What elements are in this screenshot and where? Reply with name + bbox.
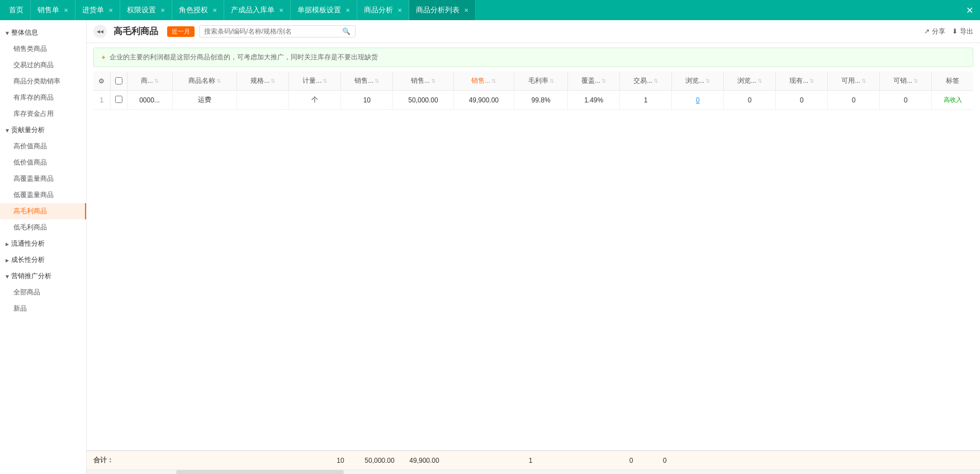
nav-tab-roles[interactable]: 角色授权 ✕ — [172, 0, 224, 20]
info-icon: ✦ — [101, 54, 106, 62]
nav-close-all-button[interactable]: ✕ — [962, 5, 978, 16]
nav-tab-analysis-close[interactable]: ✕ — [397, 7, 402, 13]
footer-sales-qty: 10 — [324, 457, 357, 464]
sort-icon-10: ⇅ — [654, 78, 658, 84]
sidebar-group-marketing[interactable]: ▾ 营销推广分析 — [0, 268, 86, 284]
sidebar-group-contribution[interactable]: ▾ 贡献量分析 — [0, 122, 86, 138]
th-coverage[interactable]: 覆盖... ⇅ — [568, 72, 620, 91]
share-button[interactable]: ↗ 分享 — [924, 27, 945, 36]
arrow-right-icon-2: ▸ — [6, 256, 9, 264]
arrow-down-icon-3: ▾ — [6, 273, 9, 280]
row-current-stock: 0 — [776, 91, 828, 110]
export-icon: ⬇ — [952, 27, 958, 35]
sort-icon-15: ⇅ — [913, 78, 918, 84]
footer-available-stock: 0 — [648, 457, 681, 464]
sort-icon-13: ⇅ — [809, 78, 814, 84]
sidebar-collapse-button[interactable]: ◂◂ — [93, 25, 107, 38]
row-sales-amount: 50,000.00 — [393, 91, 453, 110]
row-coverage: 1.49% — [568, 91, 620, 110]
sidebar-group-overall[interactable]: ▾ 整体信息 — [0, 25, 86, 41]
row-spec — [237, 91, 289, 110]
row-code: 0000... — [127, 91, 172, 110]
sidebar-item-high-coverage[interactable]: 高覆盖量商品 — [0, 171, 86, 187]
content-area: ◂◂ 高毛利商品 近一月 🔍 ↗ 分享 ⬇ 导出 ✦ 企业的主要的利润都是这 — [87, 20, 980, 474]
nav-tab-permissions[interactable]: 权限设置 ✕ — [120, 0, 172, 20]
nav-tab-products-inbound[interactable]: 产成品入库单 ✕ — [224, 0, 291, 20]
nav-tab-home-label: 首页 — [9, 5, 23, 15]
nav-tab-analysis-list-close[interactable]: ✕ — [464, 7, 468, 13]
sidebar-item-stock-capital[interactable]: 库存资金占用 — [0, 106, 86, 122]
th-code[interactable]: 商... ⇅ — [127, 72, 172, 91]
sidebar-group-growth[interactable]: ▸ 成长性分析 — [0, 252, 86, 268]
search-icon[interactable]: 🔍 — [342, 27, 351, 35]
sidebar-item-low-value[interactable]: 低价值商品 — [0, 154, 86, 171]
th-unit[interactable]: 计量... ⇅ — [289, 72, 341, 91]
th-sales-amount[interactable]: 销售... ⇅ — [393, 72, 453, 91]
th-settings[interactable]: ⚙ — [93, 72, 110, 91]
select-all-checkbox[interactable] — [115, 77, 122, 85]
row-browse1[interactable]: 0 — [672, 91, 724, 110]
nav-tab-purchase-close[interactable]: ✕ — [108, 7, 113, 13]
sidebar-group-liquidity[interactable]: ▸ 流通性分析 — [0, 236, 86, 252]
th-sales-qty[interactable]: 销售... ⇅ — [341, 72, 393, 91]
table-wrapper[interactable]: ⚙ 商... ⇅ — [87, 72, 980, 450]
nav-tab-products-inbound-close[interactable]: ✕ — [279, 7, 283, 13]
nav-tab-roles-close[interactable]: ✕ — [212, 7, 217, 13]
toolbar-actions: ↗ 分享 ⬇ 导出 — [924, 27, 973, 36]
nav-tab-analysis-list[interactable]: 商品分析列表 ✕ — [409, 0, 476, 20]
sort-icon-8: ⇅ — [550, 78, 554, 84]
sort-icon-3: ⇅ — [271, 78, 275, 84]
th-spec[interactable]: 规格... ⇅ — [237, 72, 289, 91]
sort-icon-11: ⇅ — [706, 78, 710, 84]
nav-tab-sales-close[interactable]: ✕ — [64, 7, 68, 13]
th-sales-cost[interactable]: 销售... ⇅ — [453, 72, 514, 91]
sidebar-item-low-coverage[interactable]: 低覆盖量商品 — [0, 187, 86, 203]
main-layout: ▾ 整体信息 销售类商品 交易过的商品 商品分类助销率 有库存的商品 库存资金占… — [0, 20, 980, 474]
th-browse1[interactable]: 浏览... ⇅ — [672, 72, 724, 91]
nav-tab-sales[interactable]: 销售单 ✕ — [31, 0, 75, 20]
search-box[interactable]: 🔍 — [199, 25, 356, 37]
search-input[interactable] — [204, 27, 340, 35]
th-current-stock[interactable]: 现有... ⇅ — [776, 72, 828, 91]
nav-tab-template[interactable]: 单据模板设置 ✕ — [291, 0, 357, 20]
nav-tab-roles-label: 角色授权 — [179, 5, 208, 15]
th-saleable[interactable]: 可销... ⇅ — [880, 72, 932, 91]
browse1-link[interactable]: 0 — [696, 96, 700, 104]
sort-icon-2: ⇅ — [216, 78, 221, 84]
nav-tab-template-close[interactable]: ✕ — [345, 7, 350, 13]
sidebar-item-low-margin[interactable]: 低毛利商品 — [0, 219, 86, 236]
nav-tab-home[interactable]: 首页 — [2, 0, 31, 20]
sidebar-item-high-margin[interactable]: 高毛利商品 — [0, 203, 86, 219]
sort-icon-9: ⇅ — [602, 78, 606, 84]
sort-icon: ⇅ — [154, 78, 159, 84]
scrollbar-thumb[interactable] — [176, 470, 344, 474]
sidebar-item-traded-goods[interactable]: 交易过的商品 — [0, 57, 86, 73]
sidebar-item-all-goods[interactable]: 全部商品 — [0, 284, 86, 301]
sidebar-item-in-stock[interactable]: 有库存的商品 — [0, 90, 86, 106]
row-saleable: 0 — [880, 91, 932, 110]
sidebar-item-high-value[interactable]: 高价值商品 — [0, 138, 86, 154]
info-banner: ✦ 企业的主要的利润都是这部分商品创造的，可考虑加大推广，同时关注库存是不要出现… — [93, 48, 973, 67]
footer-current-stock: 0 — [614, 457, 648, 464]
nav-tab-analysis[interactable]: 商品分析 ✕ — [357, 0, 409, 20]
row-name: 运费 — [172, 91, 237, 110]
nav-tab-permissions-close[interactable]: ✕ — [160, 7, 165, 13]
sidebar-item-new-goods[interactable]: 新品 — [0, 301, 86, 317]
nav-tab-analysis-label: 商品分析 — [364, 5, 393, 15]
th-available-stock[interactable]: 可用... ⇅ — [828, 72, 880, 91]
row-browse2: 0 — [724, 91, 776, 110]
th-tag[interactable]: 标签 — [932, 72, 973, 91]
row-checkbox-cell[interactable] — [110, 91, 127, 110]
sidebar-item-sales-goods[interactable]: 销售类商品 — [0, 41, 86, 57]
th-name[interactable]: 商品名称 ⇅ — [172, 72, 237, 91]
horizontal-scrollbar[interactable] — [87, 470, 980, 474]
th-trade[interactable]: 交易... ⇅ — [620, 72, 672, 91]
th-gross-margin[interactable]: 毛利率 ⇅ — [514, 72, 567, 91]
sidebar-item-category-rate[interactable]: 商品分类助销率 — [0, 73, 86, 90]
period-badge[interactable]: 近一月 — [167, 26, 195, 37]
nav-tab-purchase[interactable]: 进货单 ✕ — [75, 0, 120, 20]
export-button[interactable]: ⬇ 导出 — [952, 27, 973, 36]
row-checkbox[interactable] — [115, 96, 122, 103]
th-checkbox[interactable] — [110, 72, 127, 91]
th-browse2[interactable]: 浏览... ⇅ — [724, 72, 776, 91]
